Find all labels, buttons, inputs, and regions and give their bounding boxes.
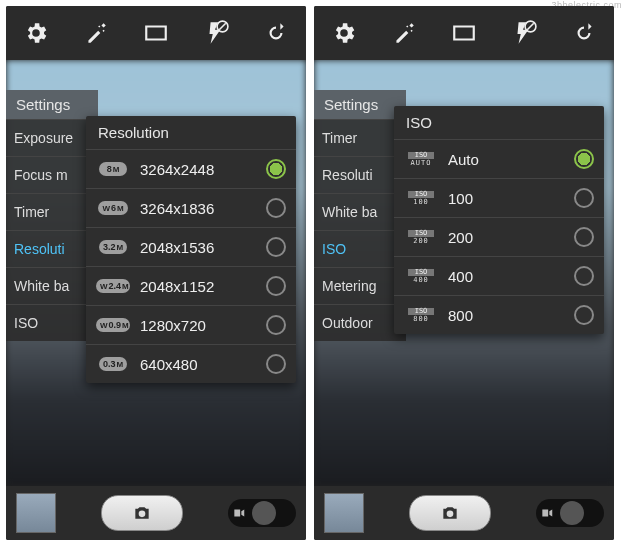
- settings-item[interactable]: ISO: [6, 304, 98, 341]
- gallery-thumbnail[interactable]: [16, 493, 56, 533]
- option-label: 200: [448, 229, 568, 246]
- radio-icon: [574, 305, 594, 325]
- camera-bottombar: [314, 486, 614, 540]
- settings-item[interactable]: Focus m: [6, 156, 98, 193]
- iso-option[interactable]: ISO200200: [394, 217, 604, 256]
- toggle-knob: [560, 501, 584, 525]
- megapixel-badge: 6: [98, 201, 127, 215]
- mode-toggle[interactable]: [228, 499, 296, 527]
- iso-badge: ISO800: [408, 308, 434, 323]
- radio-icon: [574, 188, 594, 208]
- popup-title: Resolution: [86, 116, 296, 149]
- shutter-button[interactable]: [409, 495, 491, 531]
- settings-sheet: Settings TimerResolutiWhite baISOMeterin…: [314, 90, 406, 341]
- wand-icon[interactable]: [390, 19, 418, 47]
- settings-item[interactable]: Outdoor: [314, 304, 406, 341]
- option-label: Auto: [448, 151, 568, 168]
- resolution-option[interactable]: 0.3640x480: [86, 344, 296, 383]
- settings-item[interactable]: Resoluti: [6, 230, 98, 267]
- iso-badge: ISO200: [408, 230, 434, 245]
- radio-icon: [266, 237, 286, 257]
- megapixel-badge: 0.3: [99, 357, 127, 371]
- rect-icon[interactable]: [450, 19, 478, 47]
- settings-item[interactable]: Metering: [314, 267, 406, 304]
- switch-camera-icon[interactable]: [570, 19, 598, 47]
- wand-icon[interactable]: [82, 19, 110, 47]
- settings-item[interactable]: Timer: [314, 119, 406, 156]
- resolution-popup: Resolution 83264x244863264x18363.22048x1…: [86, 116, 296, 383]
- radio-icon: [266, 315, 286, 335]
- option-label: 100: [448, 190, 568, 207]
- phone-left: Settings ExposureFocus mTimerResolutiWhi…: [6, 6, 306, 540]
- flash-off-icon[interactable]: [202, 19, 230, 47]
- popup-title: ISO: [394, 106, 604, 139]
- mode-toggle[interactable]: [536, 499, 604, 527]
- phone-right: Settings TimerResolutiWhite baISOMeterin…: [314, 6, 614, 540]
- radio-icon: [574, 149, 594, 169]
- iso-option[interactable]: ISO400400: [394, 256, 604, 295]
- video-icon: [540, 506, 554, 520]
- resolution-option[interactable]: 83264x2448: [86, 149, 296, 188]
- switch-camera-icon[interactable]: [262, 19, 290, 47]
- settings-header: Settings: [314, 90, 406, 119]
- iso-option[interactable]: ISO800800: [394, 295, 604, 334]
- settings-header: Settings: [6, 90, 98, 119]
- iso-option[interactable]: ISOAUTOAuto: [394, 139, 604, 178]
- resolution-option[interactable]: 0.91280x720: [86, 305, 296, 344]
- resolution-option[interactable]: 3.22048x1536: [86, 227, 296, 266]
- megapixel-badge: 8: [99, 162, 127, 176]
- camera-toolbar: [6, 6, 306, 60]
- settings-item[interactable]: Resoluti: [314, 156, 406, 193]
- iso-badge: ISOAUTO: [408, 152, 434, 167]
- settings-item[interactable]: Timer: [6, 193, 98, 230]
- option-label: 800: [448, 307, 568, 324]
- option-label: 1280x720: [140, 317, 260, 334]
- camera-bottombar: [6, 486, 306, 540]
- radio-icon: [266, 159, 286, 179]
- settings-item[interactable]: Exposure: [6, 119, 98, 156]
- toggle-knob: [252, 501, 276, 525]
- shutter-button[interactable]: [101, 495, 183, 531]
- option-label: 2048x1536: [140, 239, 260, 256]
- megapixel-badge: 0.9: [96, 318, 130, 332]
- iso-popup: ISO ISOAUTOAutoISO100100ISO200200ISO4004…: [394, 106, 604, 334]
- option-label: 2048x1152: [140, 278, 260, 295]
- settings-sheet: Settings ExposureFocus mTimerResolutiWhi…: [6, 90, 98, 341]
- gallery-thumbnail[interactable]: [324, 493, 364, 533]
- radio-icon: [266, 276, 286, 296]
- settings-item[interactable]: ISO: [314, 230, 406, 267]
- option-label: 3264x2448: [140, 161, 260, 178]
- gear-icon[interactable]: [330, 19, 358, 47]
- radio-icon: [574, 266, 594, 286]
- option-label: 3264x1836: [140, 200, 260, 217]
- svg-line-1: [219, 23, 226, 30]
- camera-toolbar: [314, 6, 614, 60]
- option-label: 640x480: [140, 356, 260, 373]
- resolution-option[interactable]: 2.42048x1152: [86, 266, 296, 305]
- iso-badge: ISO400: [408, 269, 434, 284]
- video-icon: [232, 506, 246, 520]
- settings-item[interactable]: White ba: [314, 193, 406, 230]
- rect-icon[interactable]: [142, 19, 170, 47]
- megapixel-badge: 2.4: [96, 279, 130, 293]
- flash-off-icon[interactable]: [510, 19, 538, 47]
- radio-icon: [574, 227, 594, 247]
- gear-icon[interactable]: [22, 19, 50, 47]
- svg-line-3: [527, 23, 534, 30]
- radio-icon: [266, 354, 286, 374]
- iso-option[interactable]: ISO100100: [394, 178, 604, 217]
- option-label: 400: [448, 268, 568, 285]
- settings-item[interactable]: White ba: [6, 267, 98, 304]
- radio-icon: [266, 198, 286, 218]
- megapixel-badge: 3.2: [99, 240, 127, 254]
- resolution-option[interactable]: 63264x1836: [86, 188, 296, 227]
- iso-badge: ISO100: [408, 191, 434, 206]
